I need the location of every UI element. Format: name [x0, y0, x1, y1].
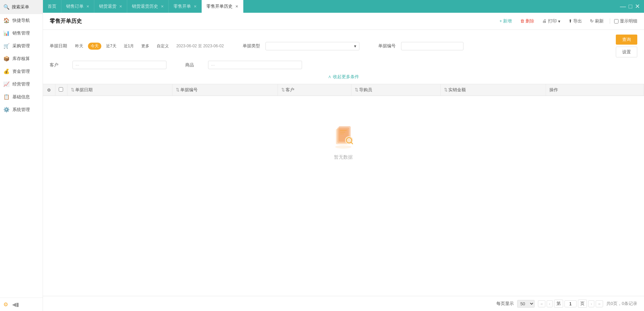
th-number[interactable]: ⇅单据编号 [172, 84, 278, 96]
type-select[interactable]: ▾ [265, 42, 359, 50]
pagination: 每页显示 102050100 « ‹ 第 页 › » 共0页，0条记录 [43, 296, 644, 311]
search-icon: 🔍 [3, 4, 10, 10]
show-detail-checkbox[interactable]: 显示明细 [614, 18, 637, 24]
nav-icon-purchase-mgmt: 🛒 [3, 43, 10, 49]
main-area: 首页销售订单✕销货退货✕销货退货历史✕零售开单✕零售开单历史✕ — □ ✕ 零售… [43, 0, 644, 311]
tab-sales-return-hist[interactable]: 销货退货历史✕ [127, 0, 169, 13]
prev-page-btn[interactable]: ‹ [547, 300, 553, 307]
sidebar-collapse-icon[interactable]: ◀▮ [12, 301, 19, 308]
sort-icon-amount: ⇅ [444, 87, 448, 92]
sidebar-item-quick-nav[interactable]: 🏠快捷导航 [0, 14, 43, 27]
th-amount[interactable]: ⇅实销金额 [441, 84, 546, 96]
th-settings: ⚙ [43, 84, 55, 96]
date-btn-last7[interactable]: 近7天 [103, 43, 119, 50]
filter-area: 单据日期 昨天今天近7天近1月更多自定义 2023-06-02 至 2023-0… [43, 30, 644, 84]
sidebar-item-operations[interactable]: 📈经营管理 [0, 78, 43, 91]
th-guide[interactable]: ⇅导购员 [351, 84, 440, 96]
toolbar-divider [610, 18, 610, 24]
last-page-btn[interactable]: » [596, 300, 603, 307]
settings-icon[interactable]: ⚙ [3, 301, 8, 308]
tab-close-retail-open[interactable]: ✕ [194, 4, 197, 9]
tab-close-sales-return[interactable]: ✕ [119, 4, 122, 9]
sidebar: 🔍 搜索采单 🏠快捷导航📊销售管理🛒采购管理📦库存核算💰资金管理📈经营管理📋基础… [0, 0, 43, 311]
sidebar-item-finance[interactable]: 💰资金管理 [0, 65, 43, 78]
sidebar-item-purchase-mgmt[interactable]: 🛒采购管理 [0, 40, 43, 52]
svg-rect-7 [340, 130, 347, 131]
svg-rect-8 [340, 132, 345, 133]
sidebar-item-sys-mgmt[interactable]: ⚙️系统管理 [0, 103, 43, 116]
page-size-label: 每页显示 [496, 301, 514, 307]
current-page-input[interactable] [564, 300, 577, 307]
sort-icon-guide: ⇅ [355, 87, 358, 92]
table-area: ⚙⇅单据日期⇅单据编号⇅客户⇅导购员⇅实销金额操作 [43, 84, 644, 296]
tab-home[interactable]: 首页 [43, 0, 61, 13]
tab-sales-return[interactable]: 销货退货✕ [94, 0, 127, 13]
tabs-left: 首页销售订单✕销货退货✕销货退货历史✕零售开单✕零售开单历史✕ [43, 0, 243, 13]
export-button[interactable]: ⬆ 导出 [566, 17, 584, 25]
tab-label-retail-open-hist: 零售开单历史 [206, 3, 233, 9]
query-button[interactable]: 查询 [616, 35, 637, 45]
th-action: 操作 [546, 84, 644, 96]
window-close[interactable]: ✕ [635, 3, 640, 10]
tab-sales-order[interactable]: 销售订单✕ [61, 0, 94, 13]
date-btn-custom[interactable]: 自定义 [154, 43, 171, 50]
refresh-button[interactable]: ↻ 刷新 [588, 17, 606, 25]
svg-point-0 [335, 145, 351, 149]
sort-icon-number: ⇅ [176, 87, 180, 92]
date-btn-last1m[interactable]: 近1月 [121, 43, 137, 50]
window-minimize[interactable]: — [620, 3, 626, 10]
select-all-checkbox[interactable] [59, 87, 63, 92]
tab-close-sales-return-hist[interactable]: ✕ [161, 4, 164, 9]
print-button[interactable]: 🖨 打印 ▾ [540, 17, 562, 25]
tab-retail-open[interactable]: 零售开单✕ [169, 0, 202, 13]
goods-dots: ··· [211, 62, 215, 67]
sort-icon-customer: ⇅ [281, 87, 285, 92]
date-btn-yesterday[interactable]: 昨天 [72, 43, 86, 50]
nav-label-quick-nav: 快捷导航 [12, 17, 30, 23]
svg-rect-9 [340, 134, 344, 134]
th-customer[interactable]: ⇅客户 [278, 84, 351, 96]
sidebar-bottom: ⚙ ◀▮ [0, 298, 43, 311]
tab-retail-open-hist[interactable]: 零售开单历史✕ [202, 0, 243, 13]
tab-label-sales-return: 销货退货 [99, 3, 116, 9]
date-btn-more[interactable]: 更多 [139, 43, 152, 50]
date-filter-group: 单据日期 昨天今天近7天近1月更多自定义 2023-06-02 至 2023-0… [50, 43, 224, 50]
type-select-arrow: ▾ [354, 44, 356, 49]
page-title: 零售开单历史 [50, 18, 82, 25]
sidebar-item-inventory[interactable]: 📦库存核算 [0, 52, 43, 65]
filter-settings-button[interactable]: 设置 [616, 47, 637, 57]
goods-select[interactable]: ··· [208, 61, 302, 69]
nav-label-sales-mgmt: 销售管理 [12, 30, 30, 36]
sidebar-item-basic-info[interactable]: 📋基础信息 [0, 91, 43, 103]
tabs-right-controls: — □ ✕ [616, 0, 644, 13]
next-page-btn[interactable]: › [588, 300, 594, 307]
sidebar-search-label: 搜索采单 [12, 4, 29, 10]
first-page-btn[interactable]: « [538, 300, 545, 307]
number-input[interactable] [401, 42, 463, 50]
page-size-select[interactable]: 102050100 [517, 300, 535, 308]
empty-area: 暂无数据 [43, 96, 644, 174]
customer-select[interactable]: ··· [72, 61, 166, 69]
date-btn-today[interactable]: 今天 [88, 43, 101, 50]
add-button[interactable]: + 新增 [497, 17, 514, 25]
content-area: 零售开单历史 + 新增 🗑 删除 🖨 打印 ▾ ⬆ 导出 ↻ 刷新 显示明细 [43, 13, 644, 311]
sidebar-item-sales-mgmt[interactable]: 📊销售管理 [0, 27, 43, 40]
collapse-button[interactable]: ∧ 收起更多条件 [50, 72, 637, 81]
collapse-label: ∧ 收起更多条件 [328, 74, 359, 80]
show-detail-input[interactable] [614, 19, 618, 23]
window-maximize[interactable]: □ [629, 3, 632, 10]
goods-label: 商品 [185, 62, 205, 68]
settings-gear-icon[interactable]: ⚙ [47, 88, 51, 93]
pagination-nav: « ‹ 第 页 › » [538, 300, 603, 308]
nav-icon-finance: 💰 [3, 68, 10, 74]
sort-icon-date: ⇅ [71, 87, 75, 92]
date-range: 2023-06-02 至 2023-06-02 [176, 43, 224, 49]
nav-icon-basic-info: 📋 [3, 94, 10, 100]
delete-button[interactable]: 🗑 删除 [518, 17, 537, 25]
tab-close-sales-order[interactable]: ✕ [86, 4, 89, 9]
filter-actions: 查询 设置 [616, 35, 637, 57]
tab-close-retail-open-hist[interactable]: ✕ [235, 4, 238, 9]
th-date[interactable]: ⇅单据日期 [67, 84, 172, 96]
nav-icon-operations: 📈 [3, 81, 10, 87]
sidebar-search[interactable]: 🔍 搜索采单 [0, 0, 43, 14]
